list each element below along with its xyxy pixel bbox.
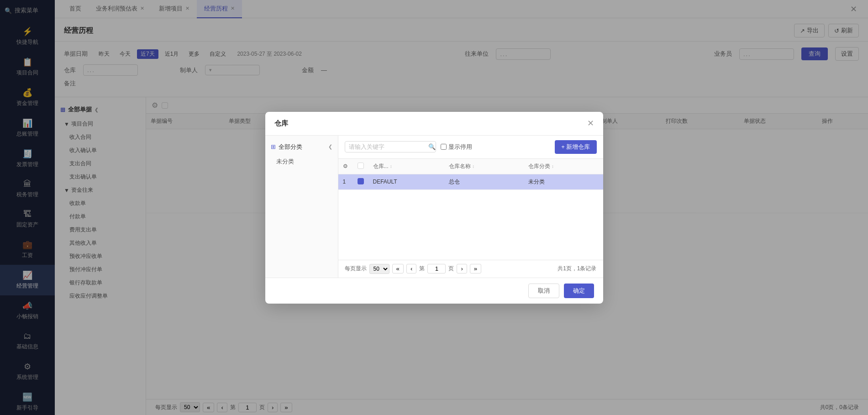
show-disabled-label: 显示停用 bbox=[448, 143, 472, 151]
settings-col-icon[interactable]: ⚙ bbox=[343, 163, 348, 169]
add-warehouse-button[interactable]: + 新增仓库 bbox=[555, 140, 596, 154]
confirm-button[interactable]: 确定 bbox=[564, 284, 594, 298]
sort-icon: ↕ bbox=[472, 164, 474, 169]
col-warehouse-category: 仓库分类 ↕ bbox=[524, 159, 603, 174]
col-checkbox bbox=[353, 159, 368, 174]
modal-body: ⊞ 全部分类 ❮ 未分类 🔍 显示停用 bbox=[265, 136, 603, 278]
modal-prev-page[interactable]: ‹ bbox=[406, 264, 416, 273]
modal-first-page[interactable]: « bbox=[392, 264, 404, 273]
modal-total-info: 共1页，1条记录 bbox=[558, 265, 596, 273]
col-settings: ⚙ bbox=[338, 159, 353, 174]
sort-icon: ↕ bbox=[390, 164, 392, 169]
show-disabled-checkbox[interactable] bbox=[441, 144, 447, 150]
select-all-modal-checkbox[interactable] bbox=[358, 163, 364, 169]
modal-footer-actions: 取消 确定 bbox=[265, 278, 603, 304]
modal-next-page[interactable]: › bbox=[457, 264, 467, 273]
modal-page-input[interactable] bbox=[427, 264, 446, 273]
row-select-checkbox[interactable] bbox=[358, 178, 364, 184]
page-suffix: 页 bbox=[448, 265, 454, 273]
modal-close-icon[interactable]: ✕ bbox=[587, 119, 594, 127]
modal-pagination-controls: 每页显示 50 « ‹ 第 页 › » bbox=[345, 264, 482, 274]
row-category: 未分类 bbox=[524, 174, 603, 189]
modal-toolbar: 🔍 显示停用 + 新增仓库 bbox=[338, 136, 603, 159]
modal-title: 仓库 bbox=[274, 119, 288, 128]
modal-pagination: 每页显示 50 « ‹ 第 页 › » 共1页，1条记录 bbox=[338, 260, 603, 278]
cancel-button[interactable]: 取消 bbox=[528, 284, 559, 298]
modal-header: 仓库 ✕ bbox=[265, 112, 603, 136]
modal-uncategorized-item[interactable]: 未分类 bbox=[265, 154, 338, 169]
show-disabled-checkbox-group[interactable]: 显示停用 bbox=[441, 143, 472, 151]
per-page-label: 每页显示 bbox=[345, 265, 367, 273]
modal-right-panel: 🔍 显示停用 + 新增仓库 ⚙ bbox=[338, 136, 603, 278]
modal-table-wrapper: ⚙ 仓库... ↕ 仓库名称 bbox=[338, 159, 603, 260]
modal-per-page-select[interactable]: 50 bbox=[369, 264, 389, 274]
col-warehouse-name: 仓库名称 ↕ bbox=[444, 159, 524, 174]
table-row[interactable]: 1 DEFAULT 总仓 未分类 bbox=[338, 174, 603, 189]
grid-icon-modal: ⊞ bbox=[271, 143, 276, 150]
warehouse-modal: 仓库 ✕ ⊞ 全部分类 ❮ 未分类 bbox=[265, 112, 603, 304]
modal-all-category[interactable]: ⊞ 全部分类 ❮ bbox=[265, 140, 338, 154]
all-category-label: 全部分类 bbox=[279, 143, 302, 151]
row-index: 1 bbox=[338, 174, 353, 189]
row-name: 总仓 bbox=[444, 174, 524, 189]
page-label: 第 bbox=[419, 265, 425, 273]
modal-overlay[interactable]: 仓库 ✕ ⊞ 全部分类 ❮ 未分类 bbox=[0, 0, 868, 415]
modal-search-input[interactable] bbox=[349, 143, 426, 150]
sort-icon: ↕ bbox=[552, 164, 554, 169]
col-warehouse-code: 仓库... ↕ bbox=[368, 159, 444, 174]
modal-last-page[interactable]: » bbox=[470, 264, 481, 273]
search-icon: 🔍 bbox=[428, 143, 436, 150]
row-checkbox bbox=[353, 174, 368, 189]
row-code: DEFAULT bbox=[368, 174, 444, 189]
modal-search-box[interactable]: 🔍 bbox=[345, 141, 436, 152]
collapse-left-icon[interactable]: ❮ bbox=[328, 144, 332, 150]
modal-left-panel: ⊞ 全部分类 ❮ 未分类 bbox=[265, 136, 338, 278]
modal-table: ⚙ 仓库... ↕ 仓库名称 bbox=[338, 159, 603, 190]
